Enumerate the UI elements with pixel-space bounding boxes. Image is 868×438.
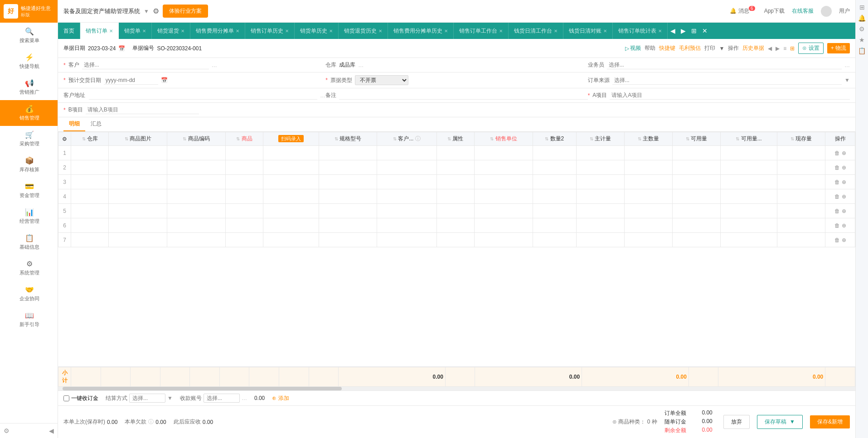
tab-expand[interactable]: ⊞ bbox=[689, 27, 699, 34]
cell-warehouse[interactable] bbox=[71, 160, 109, 175]
settings-bottom-icon[interactable]: ⚙ bbox=[4, 427, 10, 434]
cell-main-qty[interactable] bbox=[624, 204, 672, 218]
cell-main-unit[interactable] bbox=[576, 233, 624, 247]
cell-qty2[interactable] bbox=[533, 160, 576, 175]
cell-warehouse[interactable] bbox=[71, 175, 109, 189]
col-settings[interactable]: ⚙ bbox=[58, 132, 71, 146]
calendar-icon[interactable]: 📅 bbox=[118, 45, 125, 52]
cell-attr[interactable] bbox=[436, 233, 474, 247]
customer-addr-input[interactable] bbox=[89, 91, 317, 100]
cell-main-unit[interactable] bbox=[576, 175, 624, 189]
cell-available[interactable] bbox=[672, 146, 720, 160]
operate-btn[interactable]: 操作 bbox=[728, 44, 739, 52]
cell-spec[interactable] bbox=[319, 204, 377, 218]
collapse-icon[interactable]: ◀ bbox=[49, 427, 54, 434]
cell-spec[interactable] bbox=[319, 175, 377, 189]
copy-icon[interactable]: ⊕ bbox=[842, 208, 846, 214]
salesperson-more-icon[interactable]: … bbox=[844, 62, 850, 68]
right-icon-1[interactable]: ⊞ bbox=[859, 4, 865, 11]
copy-icon[interactable]: ⊕ bbox=[842, 179, 846, 185]
cell-qty2[interactable] bbox=[533, 146, 576, 160]
cell-code[interactable] bbox=[167, 160, 226, 175]
payment-dropdown-icon[interactable]: ▼ bbox=[167, 395, 173, 401]
right-icon-2[interactable]: 🔔 bbox=[858, 14, 866, 22]
cell-code[interactable] bbox=[167, 204, 226, 218]
tab-cash-workbench[interactable]: 钱货日清工作台 ✕ bbox=[509, 23, 563, 39]
cell-attr[interactable] bbox=[436, 218, 474, 233]
cell-available2[interactable] bbox=[721, 160, 777, 175]
tab-return-history[interactable]: 销货退货历史 ✕ bbox=[339, 23, 388, 39]
tab-home[interactable]: 首页 bbox=[58, 23, 80, 39]
tab-close-all[interactable]: ✕ bbox=[699, 27, 710, 34]
cell-warehouse[interactable] bbox=[71, 189, 109, 204]
sort-icon[interactable]: ⇅ bbox=[686, 136, 689, 141]
warehouse-more-icon[interactable]: … bbox=[358, 62, 364, 68]
cell-product[interactable] bbox=[225, 218, 263, 233]
sort-icon[interactable]: ⇅ bbox=[335, 136, 338, 141]
cell-available2[interactable] bbox=[721, 204, 777, 218]
cell-unit[interactable] bbox=[475, 146, 533, 160]
sidebar-item-system[interactable]: ⚙ 系统管理 bbox=[0, 255, 58, 281]
sidebar-item-inventory[interactable]: 📦 库存核算 bbox=[0, 152, 58, 178]
cell-available[interactable] bbox=[672, 233, 720, 247]
cell-main-qty[interactable] bbox=[624, 189, 672, 204]
cell-customer-code[interactable] bbox=[377, 189, 436, 204]
right-icon-5[interactable]: 📋 bbox=[858, 47, 866, 54]
tab-close-icon[interactable]: ✕ bbox=[285, 29, 289, 34]
cell-customer-code[interactable] bbox=[377, 146, 436, 160]
sidebar-item-operations[interactable]: 📊 经营管理 bbox=[0, 203, 58, 229]
topbar-gear-icon[interactable]: ⚙ bbox=[153, 7, 159, 15]
cell-available[interactable] bbox=[672, 160, 720, 175]
cell-spec[interactable] bbox=[319, 146, 377, 160]
b-project-input[interactable] bbox=[86, 106, 199, 114]
nav-prev-icon[interactable]: ◀ bbox=[768, 45, 772, 52]
draft-dropdown-icon[interactable]: ▼ bbox=[790, 419, 795, 425]
one-click-checkbox-input[interactable] bbox=[63, 395, 69, 401]
tab-summary[interactable]: 汇总 bbox=[85, 117, 107, 131]
cell-code[interactable] bbox=[167, 218, 226, 233]
addr-more-icon[interactable]: … bbox=[320, 92, 325, 99]
delete-icon[interactable]: 🗑 bbox=[834, 222, 840, 229]
cell-product[interactable] bbox=[225, 175, 263, 189]
industry-solution-button[interactable]: 体验行业方案 bbox=[163, 5, 208, 18]
order-source-dropdown[interactable]: ▼ bbox=[844, 77, 850, 83]
tab-fee-history[interactable]: 销售费用分摊单历史 ✕ bbox=[388, 23, 454, 39]
cell-current[interactable] bbox=[777, 218, 825, 233]
tab-cash-reconcile[interactable]: 钱货日清对账 ✕ bbox=[563, 23, 613, 39]
cell-main-unit[interactable] bbox=[576, 204, 624, 218]
cell-unit[interactable] bbox=[475, 160, 533, 175]
tab-close-icon[interactable]: ✕ bbox=[181, 29, 184, 34]
cell-product[interactable] bbox=[225, 233, 263, 247]
receipt-more-icon[interactable]: … bbox=[242, 395, 247, 401]
cell-product[interactable] bbox=[225, 146, 263, 160]
tab-sales-order-history[interactable]: 销售订单历史 ✕ bbox=[245, 23, 295, 39]
cell-qty2[interactable] bbox=[533, 218, 576, 233]
tab-close-icon[interactable]: ✕ bbox=[554, 29, 558, 34]
cell-current[interactable] bbox=[777, 160, 825, 175]
tab-nav-left[interactable]: ◀ bbox=[668, 27, 678, 34]
cell-spec[interactable] bbox=[319, 233, 377, 247]
tab-close-icon[interactable]: ✕ bbox=[142, 29, 146, 34]
tab-detail[interactable]: 明细 bbox=[63, 117, 85, 131]
tab-sales-stats[interactable]: 销售订单统计表 ✕ bbox=[613, 23, 668, 39]
sidebar-item-marketing[interactable]: 📢 营销推广 bbox=[0, 74, 58, 100]
sidebar-item-quicknav[interactable]: ⚡ 快捷导航 bbox=[0, 48, 58, 74]
user-name[interactable]: 用户 bbox=[839, 7, 850, 15]
cell-warehouse[interactable] bbox=[71, 218, 109, 233]
cell-current[interactable] bbox=[777, 146, 825, 160]
add-item-button[interactable]: + 物流 bbox=[827, 43, 850, 53]
right-icon-3[interactable]: ⚙ bbox=[859, 25, 865, 33]
cell-main-qty[interactable] bbox=[624, 233, 672, 247]
cell-product[interactable] bbox=[225, 160, 263, 175]
copy-icon[interactable]: ⊕ bbox=[842, 164, 846, 171]
cell-main-qty[interactable] bbox=[624, 218, 672, 233]
sidebar-item-basic-info[interactable]: 📋 基础信息 bbox=[0, 229, 58, 255]
delete-icon[interactable]: 🗑 bbox=[834, 237, 840, 243]
tab-close-icon[interactable]: ✕ bbox=[603, 29, 607, 34]
salesperson-input[interactable] bbox=[607, 61, 842, 69]
cell-code[interactable] bbox=[167, 175, 226, 189]
cell-customer-code[interactable] bbox=[377, 233, 436, 247]
cell-warehouse[interactable] bbox=[71, 146, 109, 160]
list-view-icon[interactable]: ≡ bbox=[783, 45, 786, 52]
date-picker-icon[interactable]: 📅 bbox=[161, 77, 168, 83]
